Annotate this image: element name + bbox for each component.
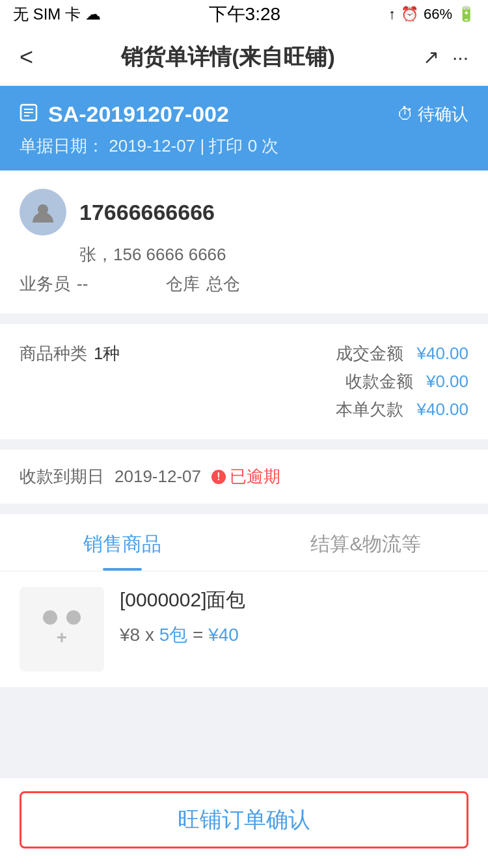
status-bar: 无 SIM 卡 ☁ 下午3:28 ↑ ⏰ 66% 🔋 [0, 0, 488, 29]
order-date-value: 2019-12-07 [109, 136, 195, 156]
debt-label: 本单欠款 [336, 398, 403, 421]
order-status-text: 待确认 [418, 103, 468, 126]
salesperson-label: 业务员 [20, 273, 70, 295]
tab-settlement-logistics[interactable]: 结算&物流等 [244, 514, 488, 571]
owl-left-eye [43, 610, 57, 625]
tab-sales-products[interactable]: 销售商品 [0, 514, 244, 571]
category-value: 1种 [94, 342, 120, 365]
due-date-section: 收款到期日 2019-12-07 ! 已逾期 [0, 450, 488, 504]
tabs-row: 销售商品 结算&物流等 [0, 514, 488, 571]
summary-section: 商品种类 1种 成交金额 ¥40.00 收款金额 ¥0.00 本单欠款 ¥40.… [0, 324, 488, 439]
tabs-section: 销售商品 结算&物流等 + [0000002]面包 ¥8 x 5包 = ¥40 [0, 514, 488, 687]
category-label: 商品种类 [20, 342, 87, 365]
warehouse-value: 总仓 [206, 273, 240, 295]
back-button[interactable]: < [20, 44, 33, 71]
order-id: SA-20191207-002 [20, 102, 229, 127]
product-thumbnail: + [20, 587, 104, 671]
customer-meta: 业务员 -- 仓库 总仓 [20, 273, 468, 295]
product-item: + [0000002]面包 ¥8 x 5包 = ¥40 [0, 571, 488, 687]
order-id-text: SA-20191207-002 [48, 102, 229, 127]
order-status: ⏱ 待确认 [397, 103, 468, 126]
overdue-icon: ! [211, 470, 226, 484]
battery-icon: 🔋 [457, 6, 475, 23]
due-date-label: 收款到期日 [20, 465, 104, 488]
order-print-label: | 打印 0 次 [200, 136, 278, 156]
order-doc-icon [20, 102, 40, 127]
alarm-icon: ⏰ [401, 6, 418, 23]
warehouse-label: 仓库 [166, 273, 200, 295]
order-date-label: 单据日期： [20, 136, 104, 156]
equals-text: = [187, 625, 208, 645]
nav-actions: ↗ ··· [423, 46, 468, 68]
order-header: SA-20191207-002 ⏱ 待确认 单据日期： 2019-12-07 |… [0, 86, 488, 170]
customer-phone: 17666666666 [79, 200, 215, 225]
order-date: 单据日期： 2019-12-07 | 打印 0 次 [20, 135, 468, 157]
export-icon[interactable]: ↗ [423, 46, 439, 68]
customer-section: 17666666666 张，156 6666 6666 业务员 -- 仓库 总仓 [0, 170, 488, 314]
product-total: ¥40 [208, 625, 239, 645]
overdue-text: 已逾期 [230, 465, 280, 488]
confirm-order-button[interactable]: 旺铺订单确认 [20, 791, 468, 848]
product-name: [0000002]面包 [120, 587, 468, 614]
page-title: 销货单详情(来自旺铺) [121, 42, 335, 72]
battery-label: 66% [424, 6, 452, 23]
overdue-badge: ! 已逾期 [211, 465, 280, 488]
product-info: [0000002]面包 ¥8 x 5包 = ¥40 [120, 587, 468, 647]
confirm-button-container: 旺铺订单确认 [0, 778, 488, 868]
debt-amount: ¥40.00 [416, 400, 468, 420]
payment-amount: ¥0.00 [426, 372, 468, 392]
status-left: 无 SIM 卡 ☁ [13, 4, 101, 25]
product-qty: 5包 [159, 625, 188, 645]
clock-icon: ⏱ [397, 104, 414, 124]
more-icon[interactable]: ··· [452, 46, 468, 68]
due-date-value: 2019-12-07 [115, 467, 201, 487]
avatar [20, 189, 66, 236]
nav-bar: < 销货单详情(来自旺铺) ↗ ··· [0, 29, 488, 86]
salesperson-value: -- [77, 274, 88, 294]
owl-right-eye [66, 610, 81, 625]
owl-plus: + [57, 627, 67, 648]
transaction-amount: ¥40.00 [416, 344, 468, 364]
status-right: ↑ ⏰ 66% 🔋 [388, 6, 475, 23]
customer-name: 张，156 6666 6666 [20, 243, 468, 266]
price-text: ¥8 x [120, 625, 159, 645]
navigation-icon: ↑ [388, 6, 396, 23]
transaction-label: 成交金额 [336, 342, 403, 365]
no-sim-label: 无 SIM 卡 ☁ [13, 4, 101, 25]
payment-label: 收款金额 [346, 370, 413, 393]
product-price: ¥8 x 5包 = ¥40 [120, 623, 468, 647]
status-time: 下午3:28 [209, 2, 281, 27]
